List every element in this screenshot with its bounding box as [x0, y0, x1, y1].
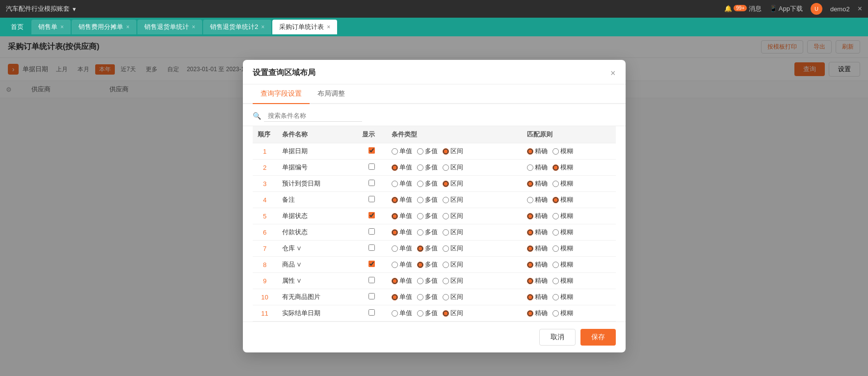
match-radio[interactable] — [527, 294, 533, 300]
match-radio-item[interactable]: 精确 — [527, 276, 548, 285]
display-checkbox[interactable] — [368, 228, 375, 235]
match-radio[interactable] — [552, 229, 559, 236]
type-radio[interactable] — [443, 262, 449, 268]
tab-close-icon[interactable]: × — [192, 24, 195, 30]
match-radio-item[interactable]: 精确 — [527, 147, 548, 156]
match-radio[interactable] — [527, 181, 533, 187]
type-radio-item[interactable]: 单值 — [392, 244, 412, 253]
type-radio-item[interactable]: 单值 — [392, 212, 412, 220]
type-radio-item[interactable]: 多值 — [417, 195, 438, 204]
type-radio-item[interactable]: 区间 — [443, 276, 463, 285]
match-radio-item[interactable]: 精确 — [527, 212, 548, 220]
row-display[interactable] — [357, 176, 387, 192]
type-radio-item[interactable]: 多值 — [417, 212, 438, 220]
match-radio[interactable] — [527, 148, 533, 155]
cancel-button[interactable]: 取消 — [539, 329, 576, 346]
type-radio-item[interactable]: 区间 — [443, 179, 463, 188]
type-radio-item[interactable]: 单值 — [392, 260, 412, 269]
type-radio[interactable] — [392, 294, 398, 300]
match-radio[interactable] — [552, 164, 559, 171]
type-radio[interactable] — [392, 148, 398, 155]
display-checkbox[interactable] — [368, 309, 375, 316]
match-radio-item[interactable]: 模糊 — [552, 244, 573, 253]
type-radio[interactable] — [443, 181, 449, 187]
type-radio-item[interactable]: 区间 — [443, 163, 463, 172]
type-radio-item[interactable]: 单值 — [392, 276, 412, 285]
type-radio[interactable] — [443, 148, 449, 155]
row-display[interactable] — [357, 273, 387, 289]
type-radio[interactable] — [443, 294, 449, 300]
type-radio[interactable] — [443, 310, 449, 317]
type-radio-item[interactable]: 多值 — [417, 228, 438, 237]
type-radio-item[interactable]: 多值 — [417, 260, 438, 269]
search-input[interactable] — [264, 110, 362, 122]
type-radio-item[interactable]: 单值 — [392, 195, 412, 204]
row-display[interactable] — [357, 160, 387, 176]
type-radio[interactable] — [392, 197, 398, 203]
type-radio[interactable] — [417, 310, 423, 317]
type-radio-item[interactable]: 单值 — [392, 163, 412, 172]
tab-sales-expense[interactable]: 销售费用分摊单 × — [72, 20, 136, 34]
type-radio-item[interactable]: 区间 — [443, 212, 463, 220]
type-radio-item[interactable]: 多值 — [417, 179, 438, 188]
type-radio[interactable] — [417, 197, 423, 203]
type-radio[interactable] — [392, 278, 398, 284]
match-radio-item[interactable]: 精确 — [527, 244, 548, 253]
display-checkbox[interactable] — [368, 244, 375, 251]
type-radio-item[interactable]: 多值 — [417, 147, 438, 156]
type-radio-item[interactable]: 区间 — [443, 309, 463, 318]
match-radio[interactable] — [552, 213, 559, 219]
type-radio-item[interactable]: 多值 — [417, 163, 438, 172]
type-radio[interactable] — [443, 229, 449, 236]
display-checkbox[interactable] — [368, 196, 375, 202]
match-radio-item[interactable]: 精确 — [527, 179, 548, 188]
type-radio-item[interactable]: 区间 — [443, 244, 463, 253]
match-radio-item[interactable]: 精确 — [527, 195, 548, 204]
match-radio-item[interactable]: 精确 — [527, 163, 548, 172]
match-radio-item[interactable]: 精确 — [527, 260, 548, 269]
match-radio-item[interactable]: 模糊 — [552, 228, 573, 237]
display-checkbox[interactable] — [368, 163, 375, 170]
save-button[interactable]: 保存 — [580, 329, 616, 346]
display-checkbox[interactable] — [368, 212, 375, 218]
type-radio[interactable] — [392, 262, 398, 268]
type-radio[interactable] — [417, 262, 423, 268]
type-radio-item[interactable]: 多值 — [417, 293, 438, 301]
modal-close-button[interactable]: × — [610, 69, 616, 78]
display-checkbox[interactable] — [368, 277, 375, 283]
match-radio-item[interactable]: 模糊 — [552, 195, 573, 204]
type-radio-item[interactable]: 单值 — [392, 228, 412, 237]
match-radio-item[interactable]: 模糊 — [552, 293, 573, 301]
tab-close-icon[interactable]: × — [261, 24, 264, 30]
match-radio[interactable] — [552, 262, 559, 268]
type-radio[interactable] — [417, 294, 423, 300]
row-display[interactable] — [357, 208, 387, 224]
type-radio-item[interactable]: 单值 — [392, 147, 412, 156]
match-radio[interactable] — [552, 148, 559, 155]
type-radio-item[interactable]: 区间 — [443, 260, 463, 269]
match-radio[interactable] — [527, 197, 533, 203]
match-radio-item[interactable]: 模糊 — [552, 309, 573, 318]
match-radio-item[interactable]: 模糊 — [552, 147, 573, 156]
download-area[interactable]: 📱 App下载 — [769, 4, 803, 13]
match-radio-item[interactable]: 精确 — [527, 309, 548, 318]
user-avatar[interactable]: U — [811, 3, 822, 15]
tab-sales-return[interactable]: 销售退货单统计 × — [137, 20, 202, 34]
row-display[interactable] — [357, 143, 387, 160]
row-display[interactable] — [357, 224, 387, 241]
match-radio[interactable] — [552, 197, 559, 203]
notification-area[interactable]: 🔔 99+ 消息 — [724, 4, 762, 13]
type-radio-item[interactable]: 区间 — [443, 147, 463, 156]
row-display[interactable] — [357, 192, 387, 208]
type-radio[interactable] — [392, 245, 398, 252]
dropdown-icon[interactable]: ▾ — [73, 5, 76, 13]
tab-sales-return2[interactable]: 销售退货单统计2 × — [203, 20, 271, 34]
type-radio[interactable] — [417, 148, 423, 155]
type-radio-item[interactable]: 区间 — [443, 228, 463, 237]
display-checkbox[interactable] — [368, 293, 375, 299]
type-radio[interactable] — [443, 278, 449, 284]
top-close-button[interactable]: × — [858, 4, 862, 13]
tab-close-icon[interactable]: × — [60, 24, 64, 30]
row-display[interactable] — [357, 289, 387, 305]
row-display[interactable] — [357, 241, 387, 257]
